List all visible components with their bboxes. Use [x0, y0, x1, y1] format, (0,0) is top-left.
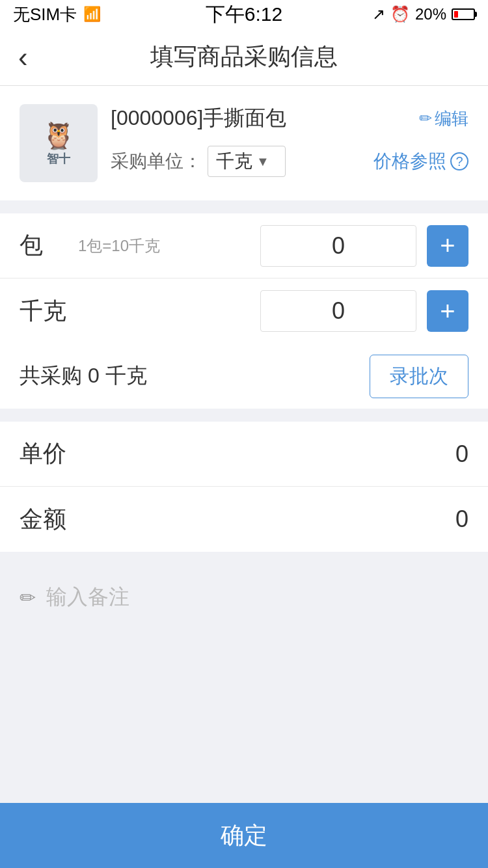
amount-label: 金额	[20, 504, 66, 536]
section-divider-2	[0, 409, 488, 422]
bag-value: 0	[332, 232, 345, 260]
pencil-icon: ✏	[20, 586, 36, 609]
edit-label: 编辑	[435, 107, 468, 130]
product-image: 🦉 智十	[20, 104, 98, 182]
kg-plus-button[interactable]: +	[427, 290, 468, 332]
product-full-name: [0000006]手撕面包	[111, 104, 286, 133]
bag-plus-button[interactable]: +	[427, 225, 468, 267]
unit-select[interactable]: 千克 ▼	[208, 146, 286, 177]
product-card: 🦉 智十 [0000006]手撕面包 ✏ 编辑 采购单位： 千克 ▼	[0, 86, 488, 200]
price-ref-help-icon: ?	[450, 152, 468, 170]
page-title: 填写商品采购信息	[150, 41, 338, 73]
total-label: 共采购 0 千克	[20, 364, 147, 387]
edit-icon: ✏	[419, 109, 432, 128]
kg-input-row: 千克 0 +	[0, 278, 488, 344]
dropdown-arrow-icon: ▼	[256, 154, 269, 169]
total-section: 共采购 0 千克 录批次	[0, 344, 488, 409]
total-unit: 千克	[105, 364, 147, 387]
unit-label: 采购单位：	[111, 151, 202, 171]
wifi-icon: 📶	[83, 6, 101, 23]
status-bar-left: 无SIM卡 📶	[13, 3, 101, 26]
unit-price-row: 单价 0	[0, 422, 488, 487]
product-logo-icon: 🦉	[42, 120, 75, 151]
record-batch-button[interactable]: 录批次	[370, 355, 468, 398]
status-bar-time: 下午6:12	[206, 1, 282, 28]
section-divider-1	[0, 200, 488, 213]
price-ref-button[interactable]: 价格参照 ?	[373, 149, 468, 174]
content-filler	[0, 630, 488, 803]
confirm-button[interactable]: 确定	[0, 803, 488, 868]
total-value: 0	[88, 364, 100, 387]
bag-label: 包	[20, 230, 72, 262]
bag-sub-label: 1包=10千克	[78, 236, 160, 256]
status-bar-right: ↗ ⏰ 20%	[372, 5, 475, 23]
unit-label-group: 采购单位： 千克 ▼	[111, 146, 286, 177]
product-info: [0000006]手撕面包 ✏ 编辑 采购单位： 千克 ▼ 价格参照	[111, 104, 468, 177]
notes-placeholder: 输入备注	[46, 583, 129, 612]
back-button[interactable]: ‹	[18, 43, 28, 72]
bag-input-row: 包 1包=10千克 0 +	[0, 213, 488, 278]
price-ref-label: 价格参照	[373, 149, 446, 174]
edit-button[interactable]: ✏ 编辑	[419, 107, 468, 130]
product-unit-row: 采购单位： 千克 ▼ 价格参照 ?	[111, 146, 468, 177]
unit-value: 千克	[216, 149, 252, 174]
kg-value: 0	[332, 297, 345, 325]
price-section: 单价 0 金额 0	[0, 422, 488, 552]
unit-price-value: 0	[455, 441, 468, 468]
alarm-icon: ⏰	[390, 5, 410, 23]
unit-price-label: 单价	[20, 438, 66, 470]
battery-pct: 20%	[415, 5, 446, 23]
notes-section[interactable]: ✏ 输入备注	[0, 565, 488, 630]
status-bar: 无SIM卡 📶 下午6:12 ↗ ⏰ 20%	[0, 0, 488, 29]
nav-bar: ‹ 填写商品采购信息	[0, 29, 488, 86]
bag-number-input[interactable]: 0	[260, 225, 416, 267]
location-icon: ↗	[372, 5, 385, 23]
total-text-group: 共采购 0 千克	[20, 362, 147, 390]
bag-input-right: 0 +	[160, 225, 468, 267]
amount-row: 金额 0	[0, 487, 488, 552]
kg-number-input[interactable]: 0	[260, 290, 416, 332]
battery-icon	[452, 8, 475, 20]
amount-value: 0	[455, 506, 468, 533]
section-divider-3	[0, 552, 488, 565]
product-name-row: [0000006]手撕面包 ✏ 编辑	[111, 104, 468, 133]
input-section: 包 1包=10千克 0 + 千克 0 +	[0, 213, 488, 344]
carrier-text: 无SIM卡	[13, 3, 77, 26]
kg-label: 千克	[20, 295, 72, 327]
kg-input-right: 0 +	[72, 290, 468, 332]
